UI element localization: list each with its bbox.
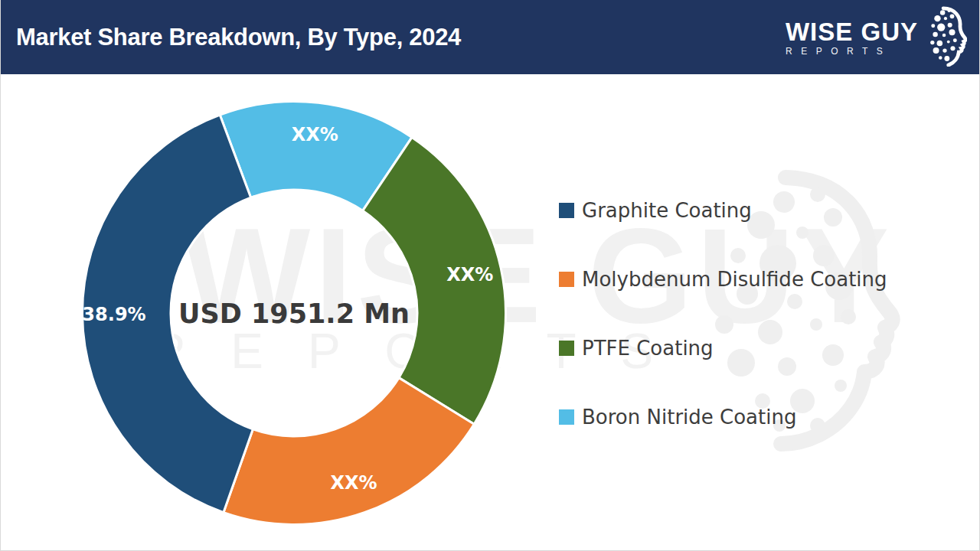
legend-item: Graphite Coating bbox=[559, 176, 887, 245]
legend-swatch bbox=[559, 341, 574, 356]
legend-item: PTFE Coating bbox=[559, 314, 887, 383]
slice-percent-label: XX% bbox=[446, 264, 493, 285]
donut-slice bbox=[224, 378, 474, 525]
legend-item: Molybdenum Disulfide Coating bbox=[559, 245, 887, 314]
slice-percent-label: XX% bbox=[331, 472, 377, 494]
page-title: Market Share Breakdown, By Type, 2024 bbox=[16, 24, 461, 51]
legend-swatch bbox=[559, 272, 574, 287]
chart-legend: Graphite CoatingMolybdenum Disulfide Coa… bbox=[559, 176, 887, 452]
legend-label: Boron Nitride Coating bbox=[582, 406, 796, 429]
legend-label: PTFE Coating bbox=[582, 337, 714, 360]
wise-guy-logo: WISE GUY REPORTS bbox=[786, 5, 967, 70]
logo-subtitle: REPORTS bbox=[786, 47, 918, 56]
legend-swatch bbox=[559, 203, 574, 218]
legend-label: Molybdenum Disulfide Coating bbox=[582, 268, 887, 291]
infographic-page: Market Share Breakdown, By Type, 2024 WI… bbox=[0, 0, 980, 551]
legend-label: Graphite Coating bbox=[582, 199, 752, 222]
slice-percent-label: XX% bbox=[292, 124, 338, 145]
logo-wordmark: WISE GUY bbox=[786, 19, 918, 44]
chart-area: WISE GUY REPORTS bbox=[1, 74, 980, 551]
slice-percent-label: 38.9% bbox=[82, 304, 145, 325]
donut-center-value: USD 1951.2 Mn bbox=[178, 298, 410, 329]
legend-item: Boron Nitride Coating bbox=[559, 383, 887, 452]
logo-text: WISE GUY REPORTS bbox=[786, 19, 918, 56]
legend-swatch bbox=[559, 409, 574, 425]
header-bar: Market Share Breakdown, By Type, 2024 WI… bbox=[1, 0, 980, 74]
logo-head-icon bbox=[923, 5, 967, 70]
